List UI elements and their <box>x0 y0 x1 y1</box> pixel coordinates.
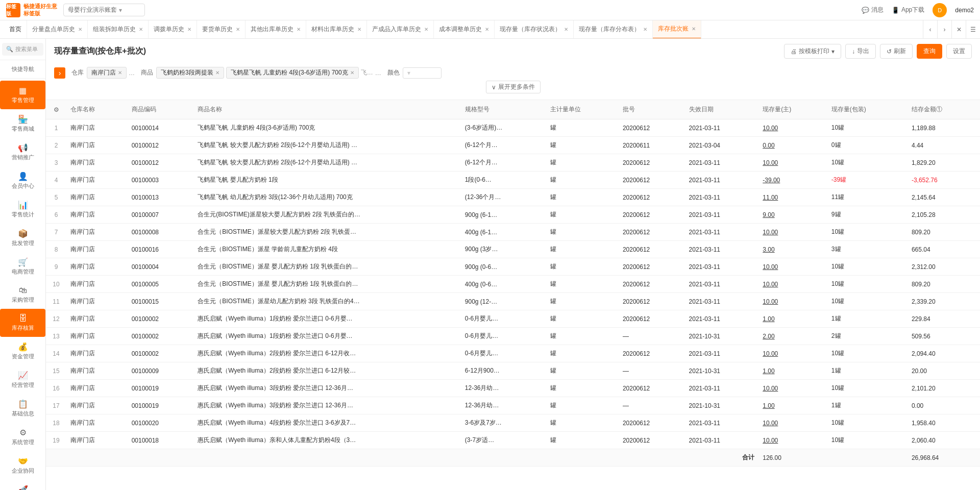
sidebar-quick-nav[interactable]: 快捷导航 <box>0 62 45 76</box>
sidebar-item-enterprise[interactable]: 🤝 企业协同 <box>0 451 45 480</box>
tab-xiancun-kucun[interactable]: 现存量（库存状况表） ✕ <box>495 20 574 39</box>
messages-btn[interactable]: 💬 消息 <box>862 6 884 14</box>
sidebar-item-retail-stat[interactable]: 📊 零售统计 <box>0 195 45 224</box>
tab-next-btn[interactable]: › <box>937 20 951 39</box>
cell-spec: (6-12个月… <box>461 137 546 154</box>
cell-qty[interactable]: 9.00 <box>758 206 827 224</box>
tab-kupizhan[interactable]: 库存批次账 ✕ <box>653 20 701 39</box>
product-filter-more2[interactable]: … <box>375 69 381 77</box>
tab-qita-close[interactable]: ✕ <box>297 27 301 32</box>
sidebar-item-purchase[interactable]: 🛍 采购管理 <box>0 281 45 309</box>
sidebar-item-guide[interactable]: 🚀 新手引导 <box>0 480 45 490</box>
product-tag-0[interactable]: 飞鹤奶粉3段两提装 ✕ <box>156 67 224 79</box>
tab-diaobo-close[interactable]: ✕ <box>187 27 191 32</box>
sidebar-item-ecommerce[interactable]: 🛒 电商管理 <box>0 252 45 281</box>
sidebar-item-marketing[interactable]: 📢 营销推广 <box>0 138 45 166</box>
tab-kupizhan-close[interactable]: ✕ <box>692 26 696 32</box>
product-filter-more[interactable]: 飞… <box>361 68 373 77</box>
cell-qty[interactable]: 10.00 <box>758 380 827 397</box>
tab-xiancun-fenbù-close[interactable]: ✕ <box>643 27 647 32</box>
app-download-btn[interactable]: 📱 App下载 <box>892 6 924 14</box>
tab-diaobo[interactable]: 调拨单历史 ✕ <box>149 20 197 39</box>
org-selector[interactable]: 母婴行业演示账套 ▾ <box>63 4 145 16</box>
cell-warehouse: 南岸门店 <box>66 119 128 137</box>
sidebar-item-member[interactable]: 👤 会员中心 <box>0 166 45 195</box>
product-tag-1[interactable]: 飞鹤星飞帆 儿童奶粉 4段(3-6岁适用) 700克 ✕ <box>226 67 359 79</box>
tab-menu-btn[interactable]: ☰ <box>966 20 980 39</box>
cell-expire: 2021-03-11 <box>685 189 759 206</box>
tab-xiancun-kucun-close[interactable]: ✕ <box>564 27 568 32</box>
cell-qty[interactable]: 3.00 <box>758 241 827 258</box>
cell-qty[interactable]: 10.00 <box>758 432 827 449</box>
cell-unit: 罐 <box>546 137 619 154</box>
cell-qty[interactable]: 2.00 <box>758 328 827 345</box>
tab-qita[interactable]: 其他出库单历史 ✕ <box>246 20 306 39</box>
sidebar-item-finance[interactable]: 💰 资金管理 <box>0 337 45 365</box>
tab-fenpan[interactable]: 分量盘点单历史 ✕ <box>27 20 88 39</box>
warehouse-tag-0-close[interactable]: ✕ <box>118 70 122 76</box>
cell-qty[interactable]: 1.00 <box>758 362 827 380</box>
query-btn[interactable]: 查询 <box>917 44 942 59</box>
cell-qty[interactable]: 10.00 <box>758 345 827 362</box>
tab-cailiao[interactable]: 材料出库单历史 ✕ <box>306 20 367 39</box>
cell-qty[interactable]: 1.00 <box>758 310 827 328</box>
tab-zuchai[interactable]: 组装拆卸单历史 ✕ <box>88 20 149 39</box>
sidebar-item-basic[interactable]: 📋 基础信息 <box>0 394 45 423</box>
cell-qty[interactable]: 1.00 <box>758 397 827 414</box>
sidebar-item-retail-mgmt[interactable]: ▦ 零售管理 <box>0 81 45 109</box>
tab-xiancun-fenbù[interactable]: 现存量（库存分布表） ✕ <box>574 20 653 39</box>
cell-qty[interactable]: 10.00 <box>758 258 827 276</box>
print-btn[interactable]: 🖨 按模板打印 ▾ <box>784 44 841 59</box>
cell-spec: 400g (0-6… <box>461 276 546 293</box>
tab-chengben[interactable]: 成本调整单历史 ✕ <box>434 20 495 39</box>
sidebar-item-operation[interactable]: 📈 经营管理 <box>0 365 45 394</box>
cell-amount: 665.04 <box>908 241 980 258</box>
tab-chengben-close[interactable]: ✕ <box>485 27 489 32</box>
cell-qty[interactable]: 10.00 <box>758 293 827 310</box>
tab-chanpin-close[interactable]: ✕ <box>424 27 428 32</box>
cell-code: 00100003 <box>128 172 194 189</box>
tab-cailiao-close[interactable]: ✕ <box>357 27 361 32</box>
tab-yaohuo[interactable]: 要货单历史 ✕ <box>197 20 246 39</box>
cell-warehouse: 南岸门店 <box>66 172 128 189</box>
sidebar-search-btn[interactable]: 🔍 搜索菜单 <box>2 43 43 56</box>
product-tag-0-close[interactable]: ✕ <box>215 70 219 76</box>
warehouse-tag-0[interactable]: 南岸门店 ✕ <box>87 67 127 79</box>
filter-row: › 仓库 南岸门店 ✕ … <box>54 67 972 79</box>
tab-fenpan-close[interactable]: ✕ <box>78 27 82 32</box>
sidebar-item-system[interactable]: ⚙ 系统管理 <box>0 423 45 451</box>
expand-conditions-btn[interactable]: ∨ 展开更多条件 <box>486 81 541 93</box>
tab-home[interactable]: 首页 <box>4 20 27 39</box>
user-avatar[interactable]: D <box>933 3 947 17</box>
sidebar-item-retail-shop[interactable]: 🏪 零售商城 <box>0 109 45 138</box>
cell-qty[interactable]: 11.00 <box>758 189 827 206</box>
table-row: 13 南岸门店 00100002 惠氏启赋（Wyeth illuma）1段奶粉 … <box>46 328 980 345</box>
cell-qty[interactable]: 0.00 <box>758 137 827 154</box>
tab-prev-btn[interactable]: ‹ <box>923 20 937 39</box>
tab-chanpin[interactable]: 产成品入库单历史 ✕ <box>367 20 434 39</box>
cell-spec: 12-36月幼… <box>461 397 546 414</box>
filter-expand-btn[interactable]: › <box>54 67 65 79</box>
cell-qty[interactable]: 10.00 <box>758 276 827 293</box>
ecommerce-icon: 🛒 <box>2 257 43 267</box>
settings-btn[interactable]: 设置 <box>946 44 972 59</box>
footer-label: 合计 <box>46 449 758 467</box>
tab-yaohuo-close[interactable]: ✕ <box>236 27 240 32</box>
refresh-btn[interactable]: ↺ 刷新 <box>880 44 913 59</box>
cell-qty[interactable]: 10.00 <box>758 154 827 172</box>
cell-qty[interactable]: 10.00 <box>758 119 827 137</box>
cell-qty[interactable]: 10.00 <box>758 224 827 241</box>
warehouse-filter-more[interactable]: … <box>129 69 135 77</box>
col-settings[interactable]: ⚙ <box>46 100 66 119</box>
product-tag-1-close[interactable]: ✕ <box>350 70 354 76</box>
cell-amount: 809.20 <box>908 224 980 241</box>
export-btn[interactable]: ↓ 导出 <box>845 44 876 59</box>
color-filter-input[interactable]: ▾ <box>403 67 442 79</box>
sidebar-item-wholesale[interactable]: 📦 批发管理 <box>0 224 45 252</box>
sidebar-item-inventory[interactable]: 🗄 库存核算 <box>0 309 45 337</box>
user-name[interactable]: demo2 <box>955 7 974 14</box>
tab-zuchai-close[interactable]: ✕ <box>139 27 143 32</box>
tab-close-all-btn[interactable]: ✕ <box>951 20 966 39</box>
cell-qty[interactable]: -39.00 <box>758 172 827 189</box>
cell-qty[interactable]: 10.00 <box>758 414 827 432</box>
